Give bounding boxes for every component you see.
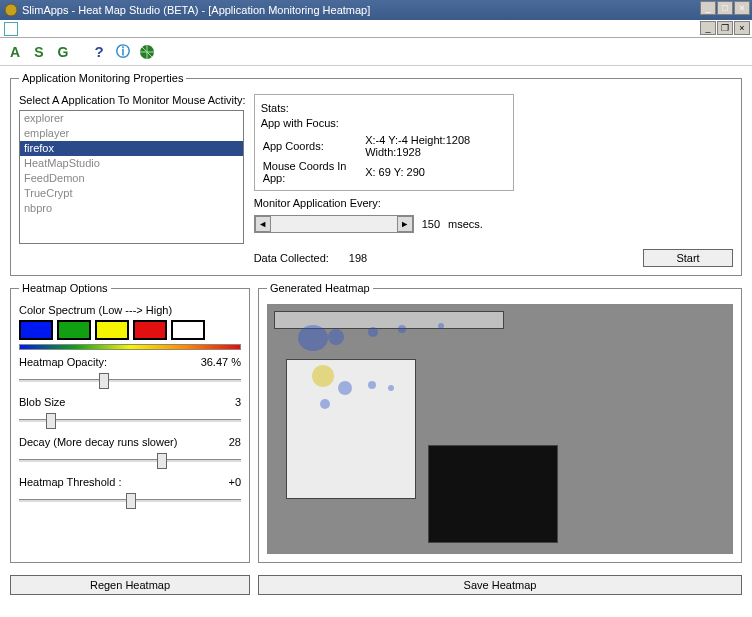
info-icon[interactable]: ⓘ: [114, 43, 132, 61]
save-heatmap-button[interactable]: Save Heatmap: [258, 575, 742, 595]
help-icon[interactable]: ?: [90, 43, 108, 61]
app-list-item[interactable]: nbpro: [20, 201, 243, 216]
mdi-bar: _ ❐ ×: [0, 20, 752, 38]
blob-slider[interactable]: [19, 410, 241, 430]
mdi-minimize-button[interactable]: _: [700, 21, 716, 35]
start-button[interactable]: Start: [643, 249, 733, 267]
data-collected-value: 198: [349, 252, 367, 264]
app-list-item[interactable]: TrueCrypt: [20, 186, 243, 201]
app-list-item[interactable]: firefox: [20, 141, 243, 156]
scroll-left-icon[interactable]: ◄: [255, 216, 271, 232]
generated-heatmap-legend: Generated Heatmap: [267, 282, 373, 294]
app-list-item[interactable]: FeedDemon: [20, 171, 243, 186]
monitor-interval-value: 150: [422, 218, 440, 230]
scroll-right-icon[interactable]: ►: [397, 216, 413, 232]
blob-label: Blob Size: [19, 396, 65, 408]
opacity-value: 36.47 %: [201, 356, 241, 368]
app-coords-value: X:-4 Y:-4 Height:1208 Width:1928: [365, 134, 504, 158]
minimize-button[interactable]: _: [700, 1, 716, 15]
app-icon: [4, 3, 18, 17]
regen-heatmap-button[interactable]: Regen Heatmap: [10, 575, 250, 595]
app-list-item[interactable]: emplayer: [20, 126, 243, 141]
app-list-item[interactable]: explorer: [20, 111, 243, 126]
stats-legend: Stats:: [261, 102, 507, 114]
tool-g-icon[interactable]: G: [54, 43, 72, 61]
swatch-white[interactable]: [171, 320, 205, 340]
monitoring-properties-legend: Application Monitoring Properties: [19, 72, 186, 84]
app-list-item[interactable]: HeatMapStudio: [20, 156, 243, 171]
data-collected-label: Data Collected:: [254, 252, 329, 264]
heatmap-preview: [267, 304, 733, 554]
title-bar: SlimApps - Heat Map Studio (BETA) - [App…: [0, 0, 752, 20]
monitor-interval-unit: msecs.: [448, 218, 483, 230]
monitor-interval-scrollbar[interactable]: ◄ ►: [254, 215, 414, 233]
tool-a-icon[interactable]: A: [6, 43, 24, 61]
threshold-value: +0: [228, 476, 241, 488]
monitor-interval-label: Monitor Application Every:: [254, 197, 733, 209]
threshold-slider[interactable]: [19, 490, 241, 510]
tool-s-icon[interactable]: S: [30, 43, 48, 61]
swatch-yellow[interactable]: [95, 320, 129, 340]
swatch-red[interactable]: [133, 320, 167, 340]
decay-value: 28: [229, 436, 241, 448]
swatch-green[interactable]: [57, 320, 91, 340]
mouse-coords-value: X: 69 Y: 290: [365, 160, 504, 184]
globe-icon[interactable]: [138, 43, 156, 61]
heatmap-options-legend: Heatmap Options: [19, 282, 111, 294]
opacity-slider[interactable]: [19, 370, 241, 390]
blob-value: 3: [235, 396, 241, 408]
spectrum-label: Color Spectrum (Low ---> High): [19, 304, 241, 316]
svg-point-0: [5, 4, 17, 16]
decay-slider[interactable]: [19, 450, 241, 470]
spectrum-gradient: [19, 344, 241, 350]
app-list-label: Select A Application To Monitor Mouse Ac…: [19, 94, 246, 106]
close-button[interactable]: ×: [734, 1, 750, 15]
monitoring-properties-group: Application Monitoring Properties Select…: [10, 72, 742, 276]
application-listbox[interactable]: exploreremplayerfirefoxHeatMapStudioFeed…: [19, 110, 244, 244]
generated-heatmap-group: Generated Heatmap: [258, 282, 742, 563]
threshold-label: Heatmap Threshold :: [19, 476, 122, 488]
opacity-label: Heatmap Opacity:: [19, 356, 107, 368]
mdi-restore-button[interactable]: ❐: [717, 21, 733, 35]
mdi-close-button[interactable]: ×: [734, 21, 750, 35]
mouse-coords-label: Mouse Coords In App:: [263, 160, 364, 184]
maximize-button[interactable]: □: [717, 1, 733, 15]
swatch-blue[interactable]: [19, 320, 53, 340]
app-coords-label: App Coords:: [263, 134, 364, 158]
stats-group: Stats: App with Focus: App Coords: X:-4 …: [254, 94, 514, 191]
toolbar: A S G ? ⓘ: [0, 38, 752, 66]
heatmap-options-group: Heatmap Options Color Spectrum (Low --->…: [10, 282, 250, 563]
menu-icon[interactable]: [4, 22, 18, 36]
app-focus-label: App with Focus:: [261, 117, 507, 129]
window-title: SlimApps - Heat Map Studio (BETA) - [App…: [22, 4, 370, 16]
decay-label: Decay (More decay runs slower): [19, 436, 177, 448]
